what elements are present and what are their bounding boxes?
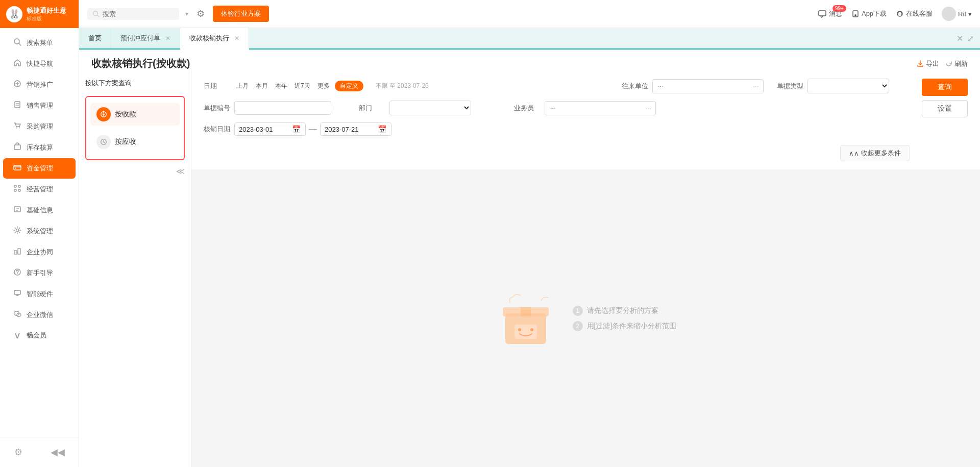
gear-btn[interactable]: ⚙ (194, 6, 207, 21)
sidebar-item-vip[interactable]: V 畅会员 (3, 326, 76, 345)
enterprise-icon (12, 247, 22, 257)
svg-rect-43 (514, 325, 537, 339)
staff-select[interactable]: ··· (545, 101, 656, 115)
main-content: ▾ ⚙ 体验行业方案 消息 99+ App下载 在线客服 Rit ▾ (79, 0, 980, 467)
header-search-box[interactable] (87, 8, 179, 20)
sidebar-label-system: 系统管理 (27, 227, 53, 236)
export-btn[interactable]: 导出 (917, 59, 939, 68)
doc-number-input[interactable] (234, 101, 331, 115)
app-download-btn[interactable]: App下载 (851, 9, 887, 18)
custom-date-btn[interactable]: 自定义 (335, 81, 363, 91)
setting-btn[interactable]: 设置 (922, 100, 968, 117)
header-search-icon (92, 10, 100, 17)
counterpart-input[interactable] (653, 80, 749, 92)
collapse-more-label: 收起更多条件 (861, 149, 901, 158)
sidebar-item-system[interactable]: 系统管理 (3, 221, 76, 241)
counterpart-dots-btn[interactable]: ··· (749, 80, 763, 93)
sidebar-item-basic[interactable]: 基础信息 (3, 200, 76, 220)
last-month-btn[interactable]: 上月 (234, 81, 251, 91)
sidebar-item-operations[interactable]: 经营管理 (3, 179, 76, 200)
counterpart-form-group: 往来单位 ··· (622, 79, 765, 93)
staff-input[interactable] (545, 102, 641, 114)
vip-icon: V (12, 331, 22, 340)
svg-point-30 (17, 313, 17, 313)
sidebar-item-sales[interactable]: 销售管理 (3, 95, 76, 116)
verify-date-end-wrap[interactable]: 📅 (320, 122, 391, 136)
sidebar-item-wechat[interactable]: 企业微信 (3, 305, 76, 325)
tab-collection[interactable]: 收款核销执行 ✕ (180, 28, 249, 50)
home-icon (12, 59, 22, 69)
collection-tab-close[interactable]: ✕ (234, 35, 239, 42)
empty-tip-2: 2 用[过滤]条件来缩小分析范围 (573, 321, 677, 331)
prepay-tab-close[interactable]: ✕ (165, 35, 170, 42)
close-window-icon[interactable]: ✕ (957, 34, 963, 43)
export-icon (917, 60, 924, 67)
this-month-btn[interactable]: 本月 (254, 81, 270, 91)
dept-select[interactable] (389, 101, 471, 115)
verify-date-end[interactable] (325, 126, 376, 133)
service-label: 在线客服 (906, 9, 933, 18)
verify-date-start-icon[interactable]: 📅 (292, 125, 301, 133)
sidebar-item-inventory[interactable]: 库存核算 (3, 137, 76, 158)
collection-filter-label: 按收款 (115, 110, 136, 119)
collapse-more-btn[interactable]: ∧∧ 收起更多条件 (840, 145, 910, 161)
settings-footer-btn[interactable]: ⚙ (10, 443, 27, 462)
sales-icon (12, 101, 22, 111)
svg-rect-15 (14, 207, 20, 212)
marketing-icon (12, 80, 22, 90)
empty-tips: 1 请先选择要分析的方案 2 用[过滤]条件来缩小分析范围 (573, 306, 677, 331)
doc-type-select[interactable] (807, 79, 889, 93)
filter-collapse-btn[interactable]: ≪ (85, 164, 185, 178)
verify-date-end-icon[interactable]: 📅 (378, 125, 386, 133)
sidebar-label-enterprise: 企业协同 (27, 248, 53, 257)
user-profile-btn[interactable]: Rit ▾ (942, 7, 972, 21)
message-btn[interactable]: 消息 99+ (818, 9, 842, 18)
staff-dots-btn[interactable]: ··· (641, 102, 655, 115)
sidebar-item-quicknav[interactable]: 快捷导航 (3, 54, 76, 74)
online-service-btn[interactable]: 在线客服 (896, 9, 933, 18)
this-year-btn[interactable]: 本年 (273, 81, 289, 91)
sidebar-item-search[interactable]: 搜索菜单 (3, 33, 76, 53)
staff-label: 业务员 (514, 104, 541, 113)
form-row-3: 核销日期 📅 — 📅 (204, 122, 910, 136)
filter-by-collection[interactable]: 按收款 (90, 103, 180, 126)
search-input[interactable] (103, 10, 169, 18)
date-form-group: 日期 上月 本月 本年 近7天 更多 自定义 (204, 81, 363, 91)
header-dropdown-icon[interactable]: ▾ (185, 10, 188, 17)
tab-prepay[interactable]: 预付冲应付单 ✕ (111, 28, 180, 48)
doc-number-form-group: 单据编号 (204, 101, 347, 115)
more-date-btn[interactable]: 更多 (315, 81, 332, 91)
svg-point-10 (15, 168, 16, 169)
maximize-icon[interactable]: ⤢ (967, 34, 974, 43)
industry-btn[interactable]: 体验行业方案 (213, 6, 269, 22)
refresh-btn[interactable]: 刷新 (945, 59, 968, 68)
sidebar-label-vip: 畅会员 (27, 331, 46, 340)
7days-btn[interactable]: 近7天 (292, 81, 312, 91)
verify-date-start-wrap[interactable]: 📅 (234, 122, 306, 136)
receivable-filter-label: 按应收 (115, 137, 136, 146)
svg-point-18 (16, 229, 19, 232)
empty-tip-1: 1 请先选择要分析的方案 (573, 306, 677, 316)
filter-by-receivable[interactable]: 按应收 (90, 131, 180, 153)
svg-rect-37 (897, 14, 898, 15)
tab-home[interactable]: 首页 (79, 28, 111, 48)
receivable-filter-icon (96, 135, 111, 149)
sidebar-item-newbie[interactable]: 新手引导 (3, 263, 76, 283)
sidebar-label-funds: 资金管理 (27, 164, 53, 173)
svg-point-23 (17, 273, 18, 274)
collapse-sidebar-btn[interactable]: ◀◀ (46, 443, 69, 462)
sidebar-item-marketing[interactable]: 营销推广 (3, 75, 76, 95)
sidebar-label-hardware: 智能硬件 (27, 289, 53, 299)
app-icon (851, 10, 860, 18)
sidebar-item-enterprise[interactable]: 企业协同 (3, 242, 76, 262)
sidebar-label-search: 搜索菜单 (27, 38, 53, 47)
counterpart-select[interactable]: ··· (652, 79, 764, 93)
sidebar-item-purchase[interactable]: 采购管理 (3, 116, 76, 137)
date-label: 日期 (204, 82, 230, 91)
sidebar-item-hardware[interactable]: 智能硬件 (3, 284, 76, 304)
query-btn[interactable]: 查询 (922, 79, 968, 96)
action-row: ∧∧ 收起更多条件 (204, 143, 910, 161)
verify-date-start[interactable] (239, 126, 290, 133)
sidebar-item-funds[interactable]: 资金管理 (3, 158, 76, 179)
message-badge: 99+ (832, 5, 846, 12)
